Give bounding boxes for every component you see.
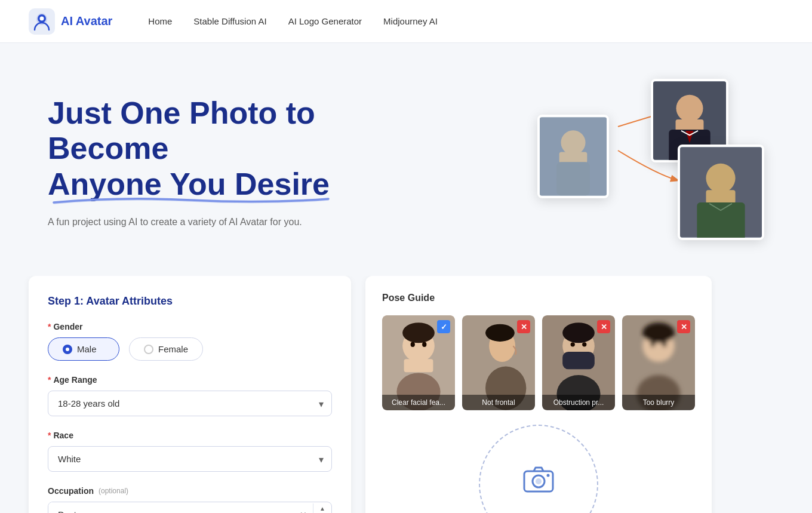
pose-label-obstruction: Obstruction pr... (542, 395, 615, 410)
svg-point-24 (411, 342, 415, 348)
svg-rect-8 (556, 162, 590, 195)
age-label: * Age Range (48, 375, 332, 385)
nav-midjourney[interactable]: Midjourney AI (383, 16, 438, 26)
pose-badge-notfrontal: ✕ (517, 320, 530, 333)
pose-item-notfrontal-inner: ✕ Not frontal (462, 315, 535, 410)
pose-label-notfrontal: Not frontal (462, 395, 535, 410)
occupation-stepper-up[interactable]: ▲ (313, 503, 331, 513)
pose-item-notfrontal: ✕ Not frontal (462, 315, 535, 410)
main-content: Step 1: Avatar Attributes * Gender Male … (0, 276, 812, 513)
age-group: * Age Range 18-28 years old 29-40 years … (48, 375, 332, 416)
svg-point-36 (582, 342, 586, 346)
occupation-input[interactable] (48, 502, 294, 513)
gender-female-dot (144, 345, 153, 354)
svg-point-29 (485, 324, 515, 342)
pose-label-clear: Clear facial fea... (382, 395, 455, 410)
gender-radio-group: Male Female (48, 337, 332, 361)
step-title: Step 1: Avatar Attributes (48, 295, 332, 308)
occupation-input-wrapper: ✕ ▲ ▼ (48, 502, 332, 513)
svg-point-40 (642, 322, 675, 343)
pose-item-blurry: ✕ Too blurry (622, 315, 695, 410)
svg-rect-34 (562, 352, 595, 369)
svg-point-35 (571, 342, 575, 346)
race-select[interactable]: White Asian Black Hispanic Other (48, 446, 332, 472)
hero-section: Just One Photo to Become Anyone You Desi… (0, 43, 812, 276)
svg-rect-7 (559, 152, 588, 164)
svg-point-42 (662, 342, 666, 348)
pose-panel: Pose Guide (365, 276, 712, 513)
svg-point-23 (402, 322, 435, 343)
occupation-label: Occupation (optional) (48, 486, 332, 496)
hero-text: Just One Photo to Become Anyone You Desi… (48, 96, 382, 230)
logo-title: AI Avatar (61, 14, 112, 28)
pose-badge-blurry: ✕ (677, 320, 690, 333)
upload-area[interactable] (479, 425, 598, 513)
pose-item-blurry-inner: ✕ Too blurry (622, 315, 695, 410)
gender-required-star: * (48, 322, 51, 331)
logo-icon (29, 8, 55, 35)
pose-item-obstruction-inner: ✕ Obstruction pr... (542, 315, 615, 410)
race-group: * Race White Asian Black Hispanic Other (48, 431, 332, 472)
svg-point-3 (40, 16, 44, 20)
svg-point-10 (676, 95, 703, 122)
svg-point-15 (706, 164, 735, 193)
pose-item-clear-inner: ✓ Clear facial fea... (382, 315, 455, 410)
svg-point-46 (547, 474, 550, 477)
race-required-star: * (48, 431, 51, 440)
pose-badge-clear: ✓ (437, 320, 450, 333)
pose-item-clear: ✓ Clear facial fea... (382, 315, 455, 410)
hero-underline-decoration (48, 195, 334, 206)
form-panel: Step 1: Avatar Attributes * Gender Male … (29, 276, 351, 513)
age-required-star: * (48, 375, 51, 385)
svg-point-45 (536, 478, 542, 484)
nav-links: Home Stable Diffusion AI AI Logo Generat… (148, 16, 438, 27)
svg-rect-18 (697, 202, 745, 240)
hero-images (537, 79, 764, 246)
nav-logo-generator[interactable]: AI Logo Generator (288, 16, 362, 26)
nav-home[interactable]: Home (148, 16, 172, 26)
camera-icon (522, 464, 555, 499)
gender-male-dot (63, 345, 72, 354)
gender-label: * Gender (48, 322, 332, 331)
gender-female-option[interactable]: Female (129, 337, 203, 361)
logo-link[interactable]: AI Avatar (29, 8, 112, 35)
svg-rect-17 (706, 190, 735, 204)
occupation-stepper: ▲ ▼ (313, 503, 331, 513)
svg-point-33 (562, 322, 595, 343)
svg-point-41 (651, 342, 655, 348)
hero-source-image (537, 115, 609, 198)
race-select-wrapper: White Asian Black Hispanic Other (48, 446, 332, 472)
svg-point-25 (422, 342, 426, 348)
svg-rect-22 (404, 359, 433, 372)
hero-output-bottom (678, 145, 764, 240)
pose-badge-obstruction: ✕ (597, 320, 610, 333)
pose-item-obstruction: ✕ Obstruction pr... (542, 315, 615, 410)
occupation-group: Occupation (optional) ✕ ▲ ▼ (48, 486, 332, 513)
age-select-wrapper: 18-28 years old 29-40 years old 41-60 ye… (48, 391, 332, 416)
race-label: * Race (48, 431, 332, 440)
gender-male-option[interactable]: Male (48, 337, 119, 361)
nav-stable-diffusion[interactable]: Stable Diffusion AI (193, 16, 266, 26)
pose-guide-title: Pose Guide (382, 293, 695, 303)
navbar: AI Avatar Home Stable Diffusion AI AI Lo… (0, 0, 812, 43)
pose-images-row: ✓ Clear facial fea... (382, 315, 695, 410)
pose-label-blurry: Too blurry (622, 395, 695, 410)
gender-group: * Gender Male Female (48, 322, 332, 361)
svg-point-5 (561, 130, 585, 155)
hero-subtitle: A fun project using AI to create a varie… (48, 214, 382, 230)
occupation-clear-button[interactable]: ✕ (294, 506, 313, 514)
hero-title: Just One Photo to Become Anyone You Desi… (48, 96, 382, 202)
occupation-optional: (optional) (99, 487, 128, 495)
age-select[interactable]: 18-28 years old 29-40 years old 41-60 ye… (48, 391, 332, 416)
